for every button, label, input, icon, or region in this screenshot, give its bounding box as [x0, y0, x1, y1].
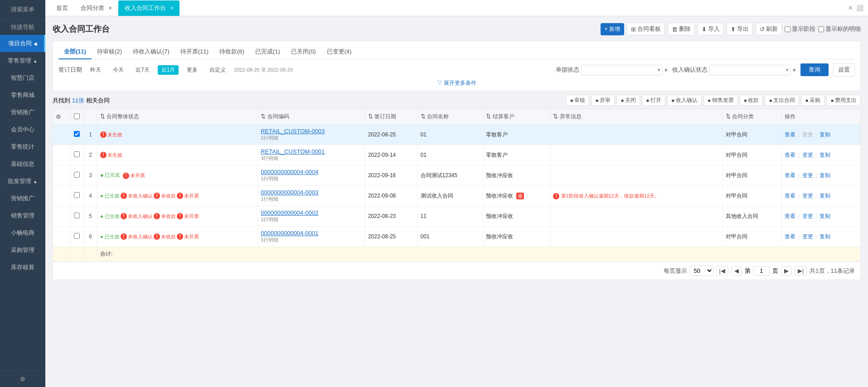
row6-checkbox-cell[interactable] [70, 227, 84, 247]
purchase-button[interactable]: ● 采购 [801, 95, 824, 106]
row6-edit-link[interactable]: 变更 [802, 233, 813, 240]
row4-copy-link[interactable]: 复制 [820, 193, 830, 199]
contract-view-button[interactable]: ⊞ 合同看板 [627, 23, 665, 35]
name-col-header[interactable]: ⇅ 合同名称 [417, 109, 483, 125]
row3-view-link[interactable]: 查看 [785, 172, 795, 179]
open-contract-button[interactable]: ● 打开 [642, 95, 665, 106]
sidebar-search[interactable]: 搜索菜单 [0, 0, 45, 19]
filter-tab-changed[interactable]: 已变更(4) [321, 45, 357, 59]
page-size-select[interactable]: 50 10 20 100 [690, 266, 713, 276]
refresh-button[interactable]: ↺ 刷新 [756, 23, 782, 35]
output-contract-button[interactable]: ● 支出合同 [765, 95, 799, 106]
filter-tab-pending-confirm[interactable]: 待收入确认(7) [127, 45, 175, 59]
row3-code-link[interactable]: 0000000000004-0004 [261, 169, 318, 175]
row5-checkbox[interactable] [74, 213, 80, 218]
sidebar-item-member-center[interactable]: 会员中心 [0, 121, 45, 138]
row1-view-link[interactable]: 查看 [785, 131, 795, 138]
row1-checkbox[interactable] [74, 131, 80, 137]
sidebar-item-smart-store[interactable]: 智慧门店 [0, 69, 45, 87]
row2-edit-link[interactable]: 变更 [802, 152, 813, 158]
date-filter-yesterday[interactable]: 昨天 [87, 65, 105, 75]
sidebar-item-wholesale-mgmt[interactable]: 批发管理 ▲ [0, 173, 45, 190]
sales-invoice-button[interactable]: ● 销售发票 [703, 95, 738, 106]
date-filter-1month[interactable]: 近1月 [158, 65, 179, 75]
row1-edit-link[interactable]: 变更 [802, 131, 813, 138]
restore-tab[interactable]: ⬜ [856, 5, 863, 11]
row6-checkbox[interactable] [74, 233, 80, 239]
code-col-header[interactable]: ⇅ 合同编码 [258, 109, 365, 125]
checkbox-col-header[interactable] [70, 109, 84, 125]
filter-tab-closed[interactable]: 已关闭(0) [286, 45, 321, 59]
row3-checkbox-cell[interactable] [70, 165, 84, 186]
filter-tab-pending-payment[interactable]: 待收款(8) [214, 45, 250, 59]
income-confirm-button[interactable]: ● 收入确认 [667, 95, 702, 106]
close-all-tabs[interactable]: × [849, 4, 853, 12]
row5-view-link[interactable]: 查看 [785, 213, 795, 219]
payment-button[interactable]: ● 收款 [740, 95, 763, 106]
date-filter-more[interactable]: 更多 [183, 65, 201, 75]
review-button[interactable]: ● 审核 [566, 95, 589, 106]
row6-copy-link[interactable]: 复制 [820, 233, 830, 240]
delete-button[interactable]: 🗑 删除 [668, 23, 695, 35]
sidebar-item-project-contract[interactable]: 项目合同 ◀ [0, 35, 45, 52]
export-button[interactable]: ⬆ 导出 [727, 23, 753, 35]
prev-page-button[interactable]: ◀ [731, 266, 742, 276]
sidebar-item-sales-mgmt[interactable]: 销售管理 [0, 207, 45, 224]
sidebar-item-retail-stats[interactable]: 零售统计 [0, 138, 45, 155]
expense-button[interactable]: ● 费用支出 [826, 95, 861, 106]
row4-checkbox-cell[interactable] [70, 186, 84, 206]
row4-edit-link[interactable]: 变更 [802, 193, 813, 199]
row2-checkbox[interactable] [74, 151, 80, 157]
import-button[interactable]: ⬇ 导入 [698, 23, 724, 35]
row2-code-link[interactable]: RETAIL_CUSTOM-0001 [261, 148, 325, 155]
query-button[interactable]: 查询 [800, 63, 829, 76]
row2-view-link[interactable]: 查看 [785, 152, 795, 158]
row2-checkbox-cell[interactable] [70, 145, 84, 165]
date-col-header[interactable]: ⇅ 签订日期 [365, 109, 417, 125]
close-contract-button[interactable]: ● 关闭 [616, 95, 640, 106]
sidebar-nav[interactable]: 快捷导航 [0, 19, 45, 35]
row2-copy-link[interactable]: 复制 [820, 152, 830, 158]
add-button[interactable]: + 新增 [601, 23, 624, 35]
filter-tab-completed[interactable]: 已完成(1) [250, 45, 286, 59]
row4-code-link[interactable]: 0000000000004-0003 [261, 189, 318, 196]
select-all-checkbox[interactable] [74, 113, 80, 119]
last-page-button[interactable]: ▶| [795, 266, 807, 276]
sidebar-item-purchase-mgmt[interactable]: 采购管理 [0, 242, 45, 259]
row1-checkbox-cell[interactable] [70, 125, 84, 145]
status-filter-dropdown[interactable]: ▾ [664, 67, 668, 73]
row3-checkbox[interactable] [74, 172, 80, 178]
sidebar-item-marketing[interactable]: 营销推广 [0, 104, 45, 121]
sidebar-settings[interactable]: ⚙ [0, 371, 45, 387]
show-detail-check[interactable]: 显示标的明细 [818, 25, 861, 33]
date-filter-today[interactable]: 今天 [109, 65, 127, 75]
sidebar-item-marketing2[interactable]: 营销推广 [0, 190, 45, 207]
next-page-button[interactable]: ▶ [781, 266, 792, 276]
expand-conditions-button[interactable]: ▽ 展开更多条件 [437, 80, 476, 86]
status-filter-wrapper[interactable] [581, 65, 663, 75]
row4-view-link[interactable]: 查看 [785, 193, 795, 199]
customer-col-header[interactable]: ⇅ 结算客户 [483, 109, 550, 125]
sidebar-item-inventory[interactable]: 库存核算 [0, 259, 45, 276]
settings-col-header[interactable]: ⚙ [53, 109, 70, 125]
filter-tab-all[interactable]: 全部(11) [58, 45, 92, 59]
status-filter-input[interactable] [581, 65, 663, 75]
date-filter-7days[interactable]: 近7天 [132, 65, 153, 75]
row5-code-link[interactable]: 0000000000004-0002 [261, 209, 318, 216]
abandon-review-button[interactable]: ● 弃审 [591, 95, 615, 106]
table-scroll[interactable]: ⚙ ⇅ 合同整体状态 ⇅ 合同编码 [53, 109, 860, 261]
filter-tab-pending-review[interactable]: 待审核(2) [92, 45, 127, 59]
date-filter-custom[interactable]: 自定义 [206, 65, 229, 75]
filter-tab-pending-invoice[interactable]: 待开票(11) [175, 45, 214, 59]
confirm-filter-wrapper[interactable] [709, 65, 791, 75]
show-fields-check[interactable]: 显示阶段 [785, 25, 815, 33]
row3-copy-link[interactable]: 复制 [820, 172, 830, 179]
row1-code-link[interactable]: RETAIL_CUSTOM-0003 [261, 128, 325, 135]
page-number-input[interactable] [753, 266, 770, 276]
row5-checkbox-cell[interactable] [70, 206, 84, 227]
category-col-header[interactable]: ⇅ 合同分类 [723, 109, 782, 125]
row5-edit-link[interactable]: 变更 [802, 213, 813, 219]
row5-copy-link[interactable]: 复制 [820, 213, 830, 219]
row6-view-link[interactable]: 查看 [785, 233, 795, 240]
sidebar-item-basic-info[interactable]: 基础信息 [0, 155, 45, 173]
